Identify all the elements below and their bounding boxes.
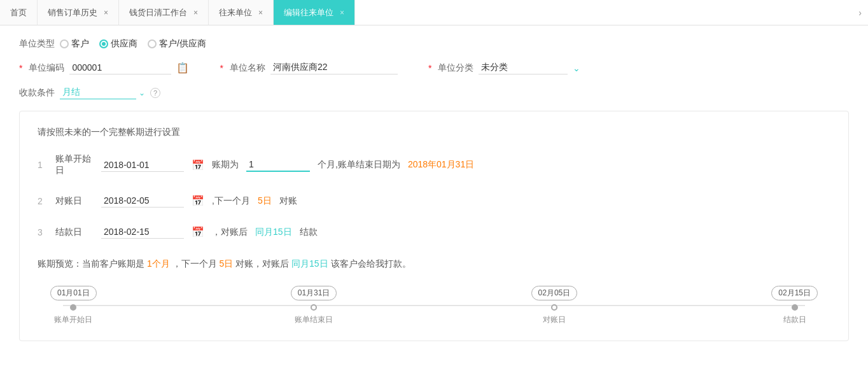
radio-supplier-circle [99, 39, 108, 48]
timeline-point-4: 02月15日 结款日 [771, 286, 818, 325]
payment-terms-input[interactable] [60, 86, 136, 99]
tab-edit-contacts-label: 编辑往来单位 [284, 7, 333, 18]
timeline-point-2: 01月31日 账单结束日 [291, 286, 337, 325]
tab-edit-contacts-close[interactable]: × [340, 8, 344, 17]
preview-highlight2: 5日 [219, 258, 233, 269]
period-row-1: 1 账单开始日 📅 账期为 个月,账单结束日期为 2018年01月31日 [38, 153, 830, 176]
unit-name-label: 单位名称 [230, 62, 265, 74]
unit-name-star: * [220, 63, 223, 73]
period-end-date-highlight: 2018年01月31日 [408, 159, 474, 171]
period-payment-date-input[interactable] [101, 225, 184, 239]
preview-highlight1: 1个月 [147, 258, 170, 269]
payment-terms-row: 收款条件 ⌄ ? [19, 86, 849, 99]
tab-home-label: 首页 [10, 7, 27, 18]
tab-bar: 首页 销售订单历史 × 钱货日清工作台 × 往来单位 × 编辑往来单位 × › [0, 0, 868, 25]
period-start-label: 账单开始日 [55, 153, 94, 176]
unit-name-input[interactable] [270, 61, 398, 74]
period-box: 请按照未来的一个完整帐期进行设置 1 账单开始日 📅 账期为 个月,账单结束日期… [19, 111, 849, 341]
tab-contacts-close[interactable]: × [258, 8, 263, 17]
period-row3-text1: ，对账后 [212, 227, 248, 238]
tab-cashflow[interactable]: 钱货日清工作台 × [119, 0, 209, 25]
tab-home[interactable]: 首页 [0, 0, 38, 25]
payment-terms-help-icon[interactable]: ? [150, 88, 160, 98]
period-row1-text1: 账期为 [212, 159, 239, 171]
period-row-2: 2 对账日 📅 ,下一个月 5日 对账 [38, 194, 830, 208]
period-payment-label: 结款日 [55, 227, 94, 238]
unit-code-copy-icon[interactable]: 📋 [176, 62, 189, 74]
radio-both-circle [148, 39, 157, 48]
timeline-wrapper: 01月01日 账单开始日 01月31日 账单结束日 02月05日 [38, 286, 830, 325]
unit-category-input[interactable] [479, 61, 568, 74]
timeline-dot-1 [70, 304, 76, 311]
tab-sales-history-close[interactable]: × [104, 8, 108, 17]
period-recon-date-input[interactable] [101, 194, 184, 208]
preview-text: 账期预览：当前客户账期是 1个月 ，下一个月 5日 对账，对账后 同月15日 该… [38, 257, 830, 271]
unit-category-label: 单位分类 [438, 62, 473, 74]
unit-category-star: * [428, 63, 431, 73]
timeline-dot-2 [311, 304, 317, 311]
tab-sales-history[interactable]: 销售订单历史 × [38, 0, 119, 25]
period-row2-text1: ,下一个月 [212, 195, 250, 207]
unit-code-group: * 单位编码 📋 [19, 61, 189, 74]
period-row-3: 3 结款日 📅 ，对账后 同月15日 结款 [38, 225, 830, 239]
timeline-points: 01月01日 账单开始日 01月31日 账单结束日 02月05日 [50, 286, 818, 325]
unit-code-star: * [19, 63, 22, 73]
period-row3-text2: 结款 [300, 227, 318, 238]
preview-suffix: 该客户会给我打款。 [331, 258, 411, 269]
unit-code-label: 单位编码 [29, 62, 64, 74]
tab-edit-contacts[interactable]: 编辑往来单位 × [274, 0, 355, 25]
period-months-input[interactable] [246, 158, 310, 172]
tab-cashflow-close[interactable]: × [193, 8, 198, 17]
period-recon-day-highlight: 5日 [258, 195, 272, 207]
timeline-point-1: 01月01日 账单开始日 [50, 286, 97, 325]
radio-customer[interactable]: 客户 [60, 38, 89, 50]
timeline-label-1: 账单开始日 [54, 314, 92, 325]
period-box-title: 请按照未来的一个完整帐期进行设置 [38, 127, 830, 138]
period-start-calendar-icon[interactable]: 📅 [192, 159, 204, 171]
unit-category-dropdown-icon[interactable]: ⌄ [573, 63, 580, 73]
unit-type-row: 单位类型 客户 供应商 客户/供应商 [19, 38, 849, 50]
timeline-label-3: 对账日 [543, 314, 566, 325]
unit-type-label: 单位类型 [19, 38, 55, 50]
radio-supplier[interactable]: 供应商 [99, 38, 137, 50]
tab-more-arrow[interactable]: › [852, 0, 868, 25]
period-payment-day-highlight: 同月15日 [255, 227, 292, 238]
preview-mid2: 对账，对账后 [235, 258, 289, 269]
preview-prefix: 账期预览：当前客户账期是 [38, 258, 144, 269]
period-payment-calendar-icon[interactable]: 📅 [192, 226, 204, 238]
payment-terms-label: 收款条件 [19, 87, 55, 99]
step-3: 3 [38, 227, 48, 237]
preview-mid1: ，下一个月 [172, 258, 217, 269]
radio-customer-label: 客户 [71, 38, 89, 50]
step-2: 2 [38, 196, 48, 206]
period-start-date-input[interactable] [101, 158, 184, 172]
radio-customer-circle [60, 39, 69, 48]
timeline-badge-1: 01月01日 [50, 286, 97, 300]
tab-sales-history-label: 销售订单历史 [48, 7, 97, 18]
tab-contacts-label: 往来单位 [219, 7, 252, 18]
timeline-label-4: 结款日 [783, 314, 806, 325]
payment-terms-dropdown: ⌄ [60, 86, 145, 99]
unit-type-radio-group: 客户 供应商 客户/供应商 [60, 38, 206, 50]
unit-code-input[interactable] [69, 61, 171, 74]
radio-both-label: 客户/供应商 [159, 38, 206, 50]
tab-cashflow-label: 钱货日清工作台 [129, 7, 187, 18]
unit-fields-row: * 单位编码 📋 * 单位名称 * 单位分类 ⌄ [19, 61, 849, 74]
period-recon-calendar-icon[interactable]: 📅 [192, 195, 204, 207]
timeline-label-2: 账单结束日 [295, 314, 333, 325]
main-content: 单位类型 客户 供应商 客户/供应商 * 单位编码 📋 * 单位名称 [0, 25, 868, 387]
timeline-badge-2: 01月31日 [291, 286, 337, 300]
period-row1-text2: 个月,账单结束日期为 [318, 159, 400, 171]
radio-both[interactable]: 客户/供应商 [148, 38, 206, 50]
timeline-point-3: 02月05日 对账日 [531, 286, 578, 325]
timeline-badge-3: 02月05日 [531, 286, 578, 300]
tab-contacts[interactable]: 往来单位 × [209, 0, 274, 25]
timeline-badge-4: 02月15日 [771, 286, 818, 300]
period-recon-label: 对账日 [55, 195, 94, 207]
payment-terms-arrow-icon[interactable]: ⌄ [139, 88, 145, 97]
unit-category-group: * 单位分类 ⌄ [428, 61, 580, 74]
timeline-dot-3 [551, 304, 557, 311]
unit-name-group: * 单位名称 [220, 61, 397, 74]
radio-supplier-label: 供应商 [111, 38, 137, 50]
period-row2-text2: 对账 [279, 195, 297, 207]
